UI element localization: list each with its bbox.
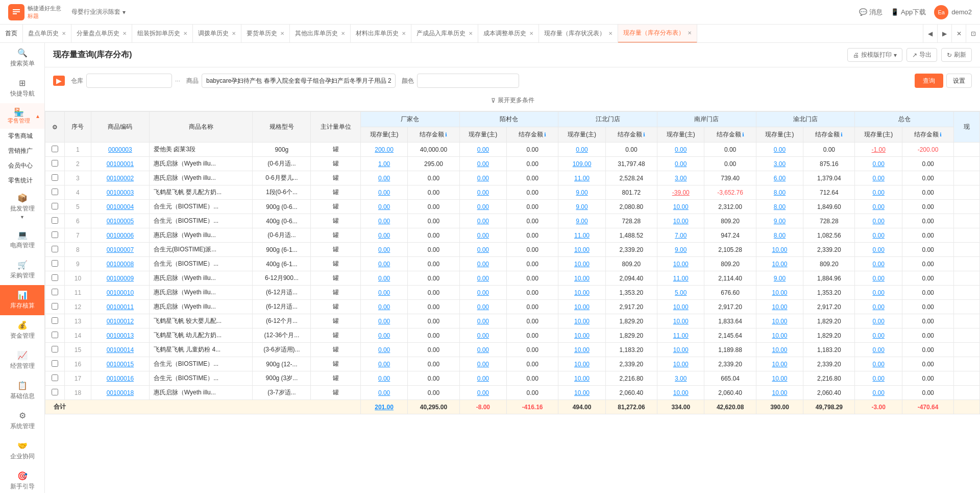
row-nanan-qty[interactable]: 5.00 <box>657 286 704 300</box>
row-code[interactable]: 00100007 <box>91 243 149 257</box>
row-total-qty[interactable]: -1.00 <box>855 143 902 157</box>
goods-input[interactable] <box>202 74 396 88</box>
row-changjiacao-qty[interactable]: 0.00 <box>360 185 407 200</box>
row-mucuncao-qty[interactable]: 0.00 <box>459 185 506 200</box>
close-icon[interactable]: ✕ <box>402 31 406 36</box>
row-yubei-qty[interactable]: 8.00 <box>756 200 803 214</box>
row-mucuncao-qty[interactable]: 0.00 <box>459 371 506 386</box>
row-nanan-qty[interactable]: -39.00 <box>657 185 704 200</box>
row-jiangbei-qty[interactable]: 10.00 <box>558 371 605 386</box>
row-yubei-qty[interactable]: 8.00 <box>756 228 803 243</box>
tab-next-btn[interactable]: ▶ <box>937 25 951 43</box>
row-total-qty[interactable]: 0.00 <box>855 243 902 257</box>
row-select[interactable] <box>45 243 65 257</box>
row-nanan-qty[interactable]: 11.00 <box>657 328 704 343</box>
row-code[interactable]: 00100009 <box>91 271 149 286</box>
row-total-qty[interactable]: 0.00 <box>855 357 902 371</box>
info-icon[interactable]: ℹ <box>841 132 843 137</box>
sidebar-item-search[interactable]: 🔍 搜索英单 <box>0 43 44 73</box>
row-code[interactable]: 00100003 <box>91 185 149 200</box>
sidebar-item-enterprise[interactable]: 🤝 企业协同 <box>0 436 44 466</box>
row-changjiacao-qty[interactable]: 0.00 <box>360 371 407 386</box>
row-yubei-qty[interactable]: 10.00 <box>756 357 803 371</box>
row-jiangbei-qty[interactable]: 10.00 <box>558 343 605 357</box>
row-select[interactable] <box>45 300 65 314</box>
row-select[interactable] <box>45 343 65 357</box>
row-select[interactable] <box>45 214 65 228</box>
export-btn[interactable]: ↗ 导出 <box>906 48 937 62</box>
row-yubei-qty[interactable]: 10.00 <box>756 386 803 400</box>
row-nanan-qty[interactable]: 9.00 <box>657 243 704 257</box>
sidebar-sub-retail-stat[interactable]: 零售统计 <box>0 173 44 188</box>
row-total-qty[interactable]: 0.00 <box>855 228 902 243</box>
gear-icon[interactable]: ⚙ <box>52 124 58 131</box>
row-yubei-qty[interactable]: 6.00 <box>756 171 803 185</box>
sidebar-item-stock[interactable]: 📊 库存核算 <box>0 285 44 315</box>
sidebar-sub-member[interactable]: 会员中心 <box>0 158 44 173</box>
row-yubei-qty[interactable]: 9.00 <box>756 214 803 228</box>
row-jiangbei-qty[interactable]: 9.00 <box>558 185 605 200</box>
info-icon[interactable]: ℹ <box>445 132 447 137</box>
row-select[interactable] <box>45 143 65 157</box>
row-jiangbei-qty[interactable]: 10.00 <box>558 357 605 371</box>
sidebar-item-finance[interactable]: 💰 资金管理 <box>0 315 44 345</box>
close-icon[interactable]: ✕ <box>688 30 692 36</box>
col-gear[interactable]: ⚙ <box>45 112 65 143</box>
tab-cost-adj[interactable]: 成本调整单历史 ✕ <box>478 25 539 43</box>
row-code[interactable]: 00100013 <box>91 328 149 343</box>
close-icon[interactable]: ✕ <box>232 31 236 36</box>
row-jiangbei-qty[interactable]: 9.00 <box>558 200 605 214</box>
row-select[interactable] <box>45 328 65 343</box>
row-mucuncao-qty[interactable]: 0.00 <box>459 143 506 157</box>
row-mucuncao-qty[interactable]: 0.00 <box>459 271 506 286</box>
row-total-qty[interactable]: 0.00 <box>855 300 902 314</box>
row-mucuncao-qty[interactable]: 0.00 <box>459 214 506 228</box>
row-jiangbei-qty[interactable]: 10.00 <box>558 243 605 257</box>
row-total-qty[interactable]: 0.00 <box>855 214 902 228</box>
row-nanan-qty[interactable]: 10.00 <box>657 386 704 400</box>
row-changjiacao-qty[interactable]: 0.00 <box>360 200 407 214</box>
row-select[interactable] <box>45 171 65 185</box>
tab-close-btn[interactable]: ✕ <box>951 25 966 43</box>
row-yubei-qty[interactable]: 0.00 <box>756 143 803 157</box>
row-jiangbei-qty[interactable]: 10.00 <box>558 300 605 314</box>
row-nanan-qty[interactable]: 10.00 <box>657 357 704 371</box>
row-yubei-qty[interactable]: 10.00 <box>756 257 803 271</box>
row-code[interactable]: 00100008 <box>91 257 149 271</box>
row-yubei-qty[interactable]: 10.00 <box>756 371 803 386</box>
row-nanan-qty[interactable]: 10.00 <box>657 343 704 357</box>
close-icon[interactable]: ✕ <box>183 31 187 36</box>
row-total-qty[interactable]: 0.00 <box>855 171 902 185</box>
industry-selector[interactable]: 母婴行业演示陈套 ▾ <box>71 8 126 16</box>
expand-conditions-btn[interactable]: ⊽ 展开更多条件 <box>491 96 534 105</box>
info-icon[interactable]: ℹ <box>940 132 942 137</box>
row-yubei-qty[interactable]: 9.00 <box>756 271 803 286</box>
row-changjiacao-qty[interactable]: 200.00 <box>360 143 407 157</box>
close-icon[interactable]: ✕ <box>62 31 66 36</box>
row-changjiacao-qty[interactable]: 0.00 <box>360 257 407 271</box>
refresh-btn[interactable]: ↻ 刷新 <box>941 48 972 62</box>
row-mucuncao-qty[interactable]: 0.00 <box>459 357 506 371</box>
row-select[interactable] <box>45 386 65 400</box>
row-yubei-qty[interactable]: 10.00 <box>756 300 803 314</box>
row-jiangbei-qty[interactable]: 11.00 <box>558 171 605 185</box>
row-code[interactable]: 00100004 <box>91 200 149 214</box>
warehouse-input[interactable] <box>86 74 172 88</box>
row-select[interactable] <box>45 200 65 214</box>
row-jiangbei-qty[interactable]: 10.00 <box>558 286 605 300</box>
print-btn[interactable]: 🖨 按模版打印 ▾ <box>847 48 902 62</box>
row-nanan-qty[interactable]: 7.00 <box>657 228 704 243</box>
row-yubei-qty[interactable]: 10.00 <box>756 314 803 328</box>
row-nanan-qty[interactable]: 10.00 <box>657 214 704 228</box>
sidebar-item-purchase[interactable]: 🛒 采购管理 <box>0 255 44 285</box>
row-code[interactable]: 00100006 <box>91 228 149 243</box>
expand-arrow-icon[interactable]: ▶ <box>53 76 65 86</box>
row-nanan-qty[interactable]: 10.00 <box>657 314 704 328</box>
row-code[interactable]: 00100015 <box>91 357 149 371</box>
row-mucuncao-qty[interactable]: 0.00 <box>459 200 506 214</box>
row-mucuncao-qty[interactable]: 0.00 <box>459 343 506 357</box>
row-total-qty[interactable]: 0.00 <box>855 257 902 271</box>
tab-yao-huo[interactable]: 要货单历史 ✕ <box>241 25 290 43</box>
row-code[interactable]: 00100011 <box>91 300 149 314</box>
row-yubei-qty[interactable]: 10.00 <box>756 286 803 300</box>
